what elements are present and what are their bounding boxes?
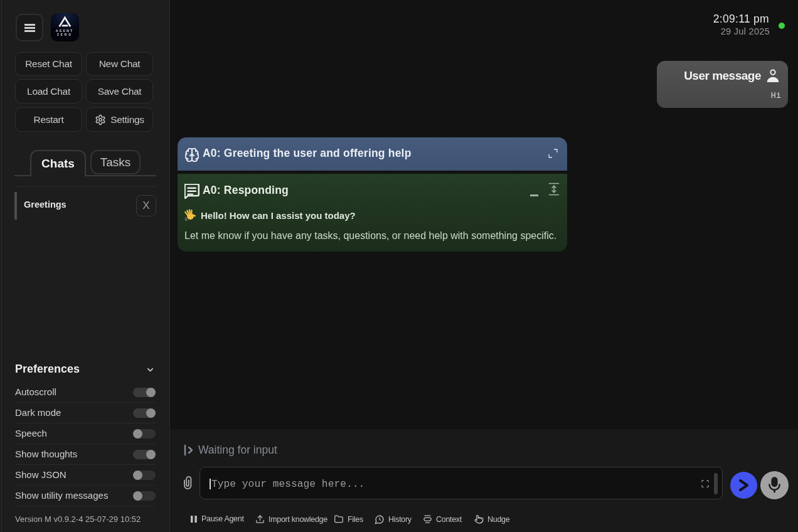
- svg-text:AGENT: AGENT: [56, 29, 73, 33]
- svg-text:ZERO: ZERO: [57, 33, 73, 36]
